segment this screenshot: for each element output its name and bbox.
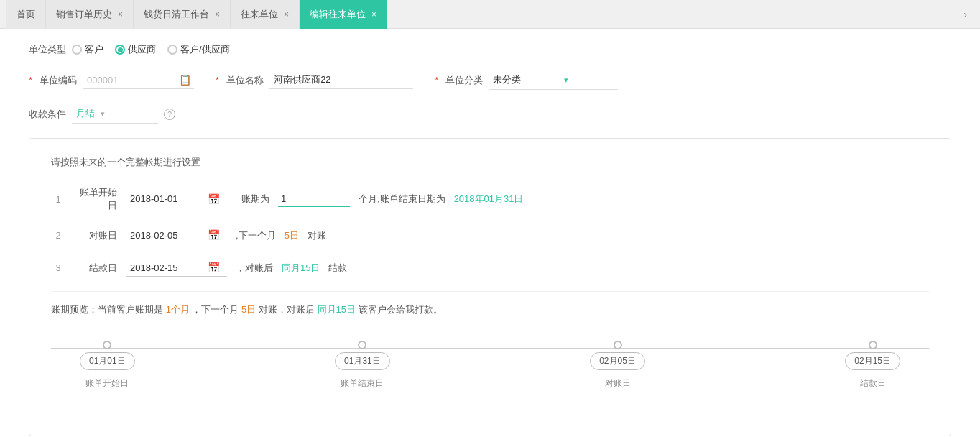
cal-icon-3[interactable]: 📅 (205, 260, 223, 275)
preview-suffix: 该客户会给我打款。 (359, 304, 443, 315)
card-title: 请按照未来的一个完整帐期进行设置 (51, 156, 929, 169)
tab-home[interactable]: 首页 (6, 0, 46, 29)
unit-category-star: * (435, 75, 438, 86)
setting-row-2: 2 对账日 📅 ,下一个月 5日 对账 (51, 226, 929, 244)
date-wrap-3: 📅 (126, 259, 227, 277)
node-label-0: 账单开始日 (85, 377, 129, 390)
node-dot-3 (869, 341, 877, 349)
unit-info-row: * 单位编码 📋 * 单位名称 * 单位分类 未分类 (29, 70, 951, 90)
timeline-node-0: 01月01日 账单开始日 (80, 341, 135, 390)
row-num-3: 3 (51, 262, 65, 273)
row2-desc-after: 对账 (308, 229, 326, 242)
date-input-1[interactable] (130, 193, 202, 204)
tab-edit-partner-label: 编辑往来单位 (310, 8, 366, 21)
unit-type-field: 单位类型 客户 供应商 客户/供应商 (29, 43, 230, 56)
payment-arrow: ▾ (101, 109, 105, 119)
unit-name-input[interactable] (269, 72, 413, 89)
tab-scroll-arrow[interactable]: › (956, 9, 974, 20)
radio-group: 客户 供应商 客户/供应商 (72, 43, 230, 56)
radio-supplier[interactable]: 供应商 (115, 43, 156, 56)
tab-partners-label: 往来单位 (241, 8, 278, 21)
date-wrap-1: 📅 (126, 190, 227, 208)
node-date-2: 02月05日 (590, 352, 645, 370)
date-input-3[interactable] (130, 262, 202, 273)
unit-category-field: * 单位分类 未分类 (435, 70, 618, 90)
settings-card: 请按照未来的一个完整帐期进行设置 1 账单开始日 📅 账期为 个月,账单结束日期… (29, 138, 951, 436)
node-date-3: 02月15日 (845, 352, 900, 370)
node-dot-0 (103, 341, 111, 349)
date-wrap-2: 📅 (126, 226, 227, 244)
node-label-2: 对账日 (605, 377, 631, 390)
tab-sales-history-label: 销售订单历史 (56, 8, 112, 21)
payment-value: 月结 (76, 107, 95, 120)
tab-cash-work-close[interactable]: × (215, 9, 220, 19)
cal-icon-1[interactable]: 📅 (205, 192, 223, 206)
unit-category-select[interactable]: 未分类 (489, 70, 618, 90)
date-input-2[interactable] (130, 230, 202, 241)
period-input[interactable] (278, 192, 350, 207)
tab-cash-work[interactable]: 钱货日清工作台 × (134, 0, 231, 29)
unit-category-arrow (560, 75, 568, 85)
row-num-1: 1 (51, 194, 65, 205)
row3-desc-before: ，对账后 (236, 262, 273, 275)
row-num-2: 2 (51, 230, 65, 241)
period-label-1: 账期为 (241, 193, 269, 206)
row-type-2: 对账日 (74, 229, 117, 242)
unit-code-field: * 单位编码 📋 (29, 72, 194, 89)
payment-field: 收款条件 月结 ▾ ? (29, 104, 175, 124)
tab-home-label: 首页 (17, 8, 35, 21)
timeline: 01月01日 账单开始日 01月31日 账单结束日 02月05日 对账日 (51, 334, 929, 411)
radio-customer[interactable]: 客户 (72, 43, 103, 56)
row2-highlight: 5日 (285, 229, 299, 242)
row3-desc-after: 结款 (328, 262, 347, 275)
timeline-node-2: 02月05日 对账日 (590, 341, 645, 390)
node-dot-1 (358, 341, 366, 349)
tab-sales-history[interactable]: 销售订单历史 × (46, 0, 134, 29)
radio-both[interactable]: 客户/供应商 (167, 43, 230, 56)
unit-code-input[interactable] (83, 72, 176, 88)
tab-sales-history-close[interactable]: × (118, 9, 123, 19)
preview-teal: 同月15日 (318, 304, 356, 315)
radio-supplier-circle (115, 45, 125, 55)
timeline-node-1: 01月31日 账单结束日 (335, 341, 390, 390)
main-content: 单位类型 客户 供应商 客户/供应商 * 单位编码 (0, 29, 980, 437)
tab-partners[interactable]: 往来单位 × (231, 0, 300, 29)
node-label-3: 结款日 (860, 377, 886, 390)
unit-code-label: 单位编码 (40, 74, 77, 87)
preview-prefix: 账期预览：当前客户账期是 (51, 304, 163, 315)
radio-customer-label: 客户 (85, 43, 103, 56)
radio-supplier-label: 供应商 (128, 43, 156, 56)
radio-both-circle (167, 45, 177, 55)
tab-cash-work-label: 钱货日清工作台 (144, 8, 209, 21)
unit-category-label: 单位分类 (445, 74, 483, 87)
row-type-3: 结款日 (74, 262, 117, 275)
unit-type-row: 单位类型 客户 供应商 客户/供应商 (29, 43, 951, 56)
cal-icon-2[interactable]: 📅 (205, 228, 223, 242)
period-suffix-1: 个月,账单结束日期为 (359, 193, 445, 206)
preview-text: 账期预览：当前客户账期是 1个月 ，下一个月 5日 对账，对账后 同月15日 该… (51, 303, 929, 316)
node-date-1: 01月31日 (335, 352, 390, 370)
node-date-0: 01月01日 (80, 352, 135, 370)
unit-name-label: 单位名称 (226, 74, 264, 87)
preview-section: 账期预览：当前客户账期是 1个月 ，下一个月 5日 对账，对账后 同月15日 该… (51, 291, 929, 418)
unit-code-input-wrap: 📋 (83, 72, 194, 89)
setting-row-1: 1 账单开始日 📅 账期为 个月,账单结束日期为 2018年01月31日 (51, 186, 929, 212)
payment-label: 收款条件 (29, 108, 66, 121)
tab-bar: 首页 销售订单历史 × 钱货日清工作台 × 往来单位 × 编辑往来单位 × › (0, 0, 980, 29)
unit-name-field: * 单位名称 (216, 72, 413, 89)
tab-partners-close[interactable]: × (284, 9, 289, 19)
tab-edit-partner-close[interactable]: × (371, 9, 376, 19)
row3-highlight: 同月15日 (282, 262, 320, 275)
row-type-1: 账单开始日 (74, 186, 117, 212)
payment-select[interactable]: 月结 ▾ (72, 104, 158, 124)
payment-help-icon[interactable]: ? (164, 109, 175, 120)
period-end-date: 2018年01月31日 (454, 193, 524, 206)
unit-code-copy-icon[interactable]: 📋 (176, 73, 194, 87)
preview-part4: 对账，对账后 (259, 304, 315, 315)
row2-desc-before: ,下一个月 (236, 229, 276, 242)
node-dot-2 (614, 341, 622, 349)
node-label-1: 账单结束日 (341, 377, 384, 390)
unit-name-star: * (216, 75, 219, 86)
tab-edit-partner[interactable]: 编辑往来单位 × (300, 0, 387, 29)
unit-type-label: 单位类型 (29, 43, 66, 56)
